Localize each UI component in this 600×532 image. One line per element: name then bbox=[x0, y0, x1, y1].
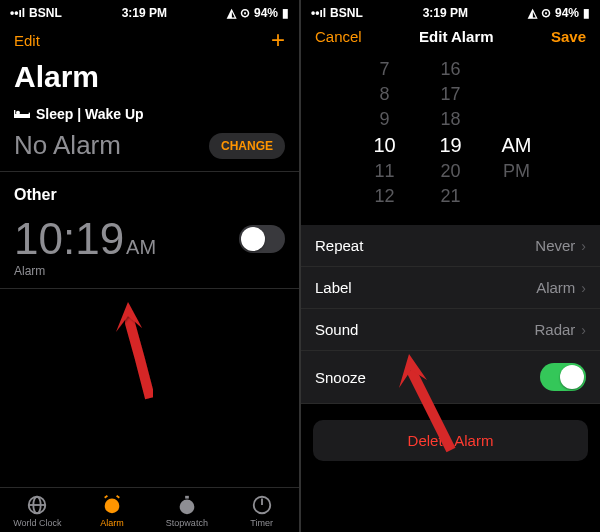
timer-icon bbox=[251, 494, 273, 516]
carrier: BSNL bbox=[330, 6, 363, 20]
location-icon: ◭ bbox=[227, 6, 236, 20]
delete-alarm-button[interactable]: Delete Alarm bbox=[313, 420, 588, 461]
alarm-indicator-icon: ⊙ bbox=[240, 6, 250, 20]
other-section-header: Other bbox=[0, 172, 299, 210]
status-bar: ••ıl BSNL 3:19 PM ◭ ⊙ 94% ▮ bbox=[301, 0, 600, 22]
no-alarm-text: No Alarm bbox=[14, 130, 121, 161]
signal-icon: ••ıl bbox=[311, 6, 326, 20]
alarm-label: Alarm bbox=[0, 264, 299, 289]
tab-label: Stopwatch bbox=[166, 518, 208, 528]
row-value: Never bbox=[535, 237, 575, 254]
svg-rect-9 bbox=[185, 496, 189, 499]
tab-alarm[interactable]: Alarm bbox=[75, 494, 150, 528]
battery-icon: ▮ bbox=[282, 6, 289, 20]
chevron-right-icon: › bbox=[581, 322, 586, 338]
svg-point-7 bbox=[105, 499, 120, 514]
row-label: Repeat bbox=[315, 237, 363, 254]
sleep-header-text: Sleep | Wake Up bbox=[36, 106, 144, 122]
alarm-time-ampm: AM bbox=[126, 236, 156, 259]
tab-bar: World Clock Alarm Stopwatch Timer bbox=[0, 487, 299, 532]
stopwatch-icon bbox=[176, 494, 198, 516]
svg-point-8 bbox=[180, 500, 195, 515]
picker-ampm: AM bbox=[499, 134, 535, 157]
change-button[interactable]: CHANGE bbox=[209, 133, 285, 159]
no-alarm-row: No Alarm CHANGE bbox=[0, 124, 299, 172]
status-time: 3:19 PM bbox=[122, 6, 167, 20]
edit-alarm-screen: ••ıl BSNL 3:19 PM ◭ ⊙ 94% ▮ Cancel Edit … bbox=[301, 0, 600, 532]
tab-timer[interactable]: Timer bbox=[224, 494, 299, 528]
sound-row[interactable]: Sound Radar› bbox=[301, 309, 600, 351]
row-label: Label bbox=[315, 279, 352, 296]
alarm-icon bbox=[101, 494, 123, 516]
snooze-toggle[interactable] bbox=[540, 363, 586, 391]
svg-rect-1 bbox=[14, 110, 15, 118]
chevron-right-icon: › bbox=[581, 280, 586, 296]
add-alarm-button[interactable]: + bbox=[271, 28, 285, 52]
label-row[interactable]: Label Alarm› bbox=[301, 267, 600, 309]
alarm-list-screen: ••ıl BSNL 3:19 PM ◭ ⊙ 94% ▮ Edit + Alarm… bbox=[0, 0, 299, 532]
tab-label: World Clock bbox=[13, 518, 61, 528]
status-bar: ••ıl BSNL 3:19 PM ◭ ⊙ 94% ▮ bbox=[0, 0, 299, 22]
nav-bar: Cancel Edit Alarm Save bbox=[301, 22, 600, 49]
carrier: BSNL bbox=[29, 6, 62, 20]
signal-icon: ••ıl bbox=[10, 6, 25, 20]
row-value: Alarm bbox=[536, 279, 575, 296]
page-title: Edit Alarm bbox=[419, 28, 493, 45]
save-button[interactable]: Save bbox=[551, 28, 586, 45]
svg-rect-2 bbox=[29, 113, 30, 118]
picker-minute: 19 bbox=[433, 134, 469, 157]
nav-bar: Edit + bbox=[0, 22, 299, 56]
svg-point-3 bbox=[16, 111, 20, 115]
svg-rect-0 bbox=[14, 114, 30, 118]
picker-hour: 10 bbox=[367, 134, 403, 157]
tab-label: Alarm bbox=[100, 518, 124, 528]
location-icon: ◭ bbox=[528, 6, 537, 20]
row-value: Radar bbox=[534, 321, 575, 338]
alarm-time-digits: 10:19 bbox=[14, 214, 124, 264]
row-label: Snooze bbox=[315, 369, 366, 386]
globe-icon bbox=[26, 494, 48, 516]
tab-label: Timer bbox=[250, 518, 273, 528]
page-title: Alarm bbox=[0, 56, 299, 102]
cancel-button[interactable]: Cancel bbox=[315, 28, 362, 45]
alarm-time: 10:19 AM bbox=[14, 214, 156, 264]
snooze-row: Snooze bbox=[301, 351, 600, 404]
sleep-section-header: Sleep | Wake Up bbox=[0, 102, 299, 124]
alarm-toggle[interactable] bbox=[239, 225, 285, 253]
repeat-row[interactable]: Repeat Never› bbox=[301, 225, 600, 267]
status-time: 3:19 PM bbox=[423, 6, 468, 20]
time-picker[interactable]: 716 817 918 1019AM 1120PM 1221 bbox=[301, 49, 600, 215]
chevron-right-icon: › bbox=[581, 238, 586, 254]
bed-icon bbox=[14, 108, 30, 120]
alarm-entry[interactable]: 10:19 AM bbox=[0, 210, 299, 264]
row-label: Sound bbox=[315, 321, 358, 338]
battery-pct: 94% bbox=[254, 6, 278, 20]
pointer-arrow-icon bbox=[110, 298, 170, 408]
battery-icon: ▮ bbox=[583, 6, 590, 20]
alarm-indicator-icon: ⊙ bbox=[541, 6, 551, 20]
tab-stopwatch[interactable]: Stopwatch bbox=[150, 494, 225, 528]
settings-list: Repeat Never› Label Alarm› Sound Radar› … bbox=[301, 225, 600, 404]
battery-pct: 94% bbox=[555, 6, 579, 20]
edit-button[interactable]: Edit bbox=[14, 32, 40, 49]
tab-world-clock[interactable]: World Clock bbox=[0, 494, 75, 528]
